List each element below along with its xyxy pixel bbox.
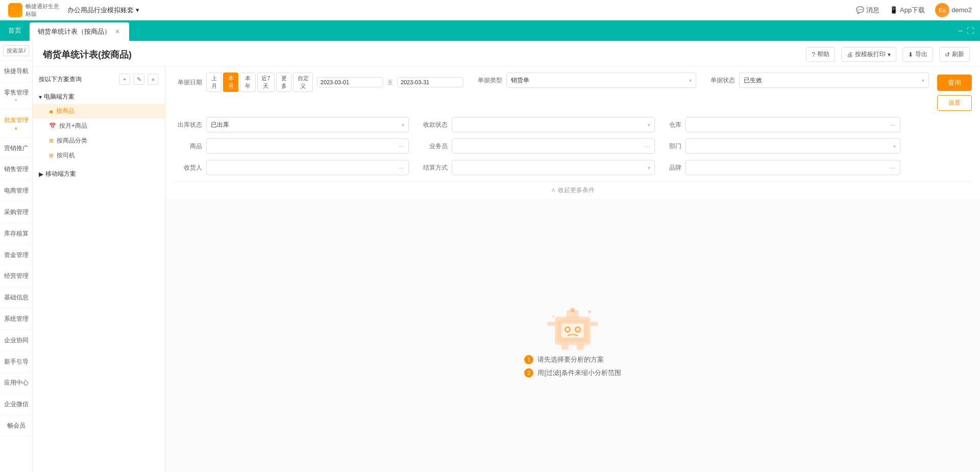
department-arrow-icon: ▾ bbox=[893, 144, 896, 149]
product-control[interactable]: ··· bbox=[206, 138, 409, 154]
receipt-status-control[interactable]: ▾ bbox=[452, 117, 654, 132]
tab-sales-report[interactable]: 销货单统计表（按商品） ✕ bbox=[30, 22, 129, 41]
filter-row-1: 单据日期 上月 本月 本年 近7天 更多 自定义 至 bbox=[174, 73, 972, 111]
page-title: 销货单统计表(按商品) bbox=[43, 49, 132, 61]
refresh-icon: ↺ bbox=[945, 51, 950, 58]
print-button[interactable]: 🖨 按模板打印 ▾ bbox=[841, 47, 896, 62]
main-layout: 快捷导航 零售管理 ▾ 批发管理 ▴ 营销推广 销售管理 电商管理 采购管理 库… bbox=[0, 41, 980, 472]
brand-control[interactable]: ··· bbox=[685, 160, 900, 175]
salesperson-label: 业务员 bbox=[419, 142, 448, 151]
receiver-dots-icon: ··· bbox=[399, 163, 405, 172]
doc-type-control[interactable]: 销货单 ▾ bbox=[506, 73, 696, 88]
sidebar-item-inventory[interactable]: 库存核算 bbox=[0, 223, 32, 245]
salesperson-control[interactable]: ··· bbox=[452, 138, 654, 154]
desktop-scheme-section: ▾ 电脑端方案 ● 按商品 📅 按月+商品 ⊞ 按商品分类 bbox=[33, 88, 165, 165]
filter-field-date: 单据日期 上月 本月 本年 近7天 更多 自定义 至 bbox=[174, 73, 463, 92]
avatar: Ea bbox=[935, 3, 949, 17]
query-button[interactable]: 查询 bbox=[937, 75, 972, 91]
tab-minimize-icon[interactable]: – bbox=[958, 26, 963, 35]
sidebar-item-apps[interactable]: 应用中心 bbox=[0, 372, 32, 394]
message-icon: 💬 bbox=[856, 6, 864, 14]
this-year-btn[interactable]: 本年 bbox=[240, 73, 255, 92]
message-action[interactable]: 💬 消息 bbox=[856, 6, 879, 15]
scheme-item-by-category[interactable]: ⊞ 按商品分类 bbox=[33, 133, 165, 148]
sidebar-item-quick-nav[interactable]: 快捷导航 bbox=[0, 61, 32, 82]
tab-close-icon[interactable]: ✕ bbox=[114, 27, 121, 36]
receipt-arrow-icon: ▾ bbox=[648, 122, 650, 128]
settlement-control[interactable]: ▾ bbox=[452, 160, 654, 175]
collapse-bar[interactable]: ∧ 收起更多条件 bbox=[174, 181, 972, 199]
mobile-scheme-header[interactable]: ▶ 移动端方案 bbox=[33, 167, 165, 181]
date-to-input[interactable] bbox=[397, 77, 463, 87]
filter-field-warehouse: 仓库 ··· bbox=[665, 117, 900, 132]
sidebar-item-operations[interactable]: 经营管理 bbox=[0, 266, 32, 287]
sidebar-item-basic[interactable]: 基础信息 bbox=[0, 287, 32, 309]
filter-field-doc-status: 单据状态 已生效 ▾ bbox=[706, 73, 929, 88]
edit-scheme-button[interactable]: ✎ bbox=[133, 74, 144, 85]
last-month-btn[interactable]: 上月 bbox=[206, 73, 222, 92]
sidebar-item-finance[interactable]: 资金管理 bbox=[0, 245, 32, 266]
empty-state: ✦ ✦ 1 请先选择要分析的方案 2 用[过滤]条件来缩小分析范围 bbox=[165, 199, 980, 472]
department-label: 部门 bbox=[665, 142, 681, 151]
settlement-arrow-icon: ▾ bbox=[648, 165, 650, 171]
tab-maximize-icon[interactable]: ⛶ bbox=[967, 27, 974, 35]
help-button[interactable]: ? 帮助 bbox=[806, 47, 835, 62]
app-download-action[interactable]: 📱 App下载 bbox=[890, 6, 925, 15]
filter-panel-container: 按以下方案查询 + ✎ « bbox=[33, 66, 980, 472]
filter-field-settlement: 结算方式 ▾ bbox=[419, 160, 654, 175]
active-scheme-dot: ● bbox=[49, 107, 53, 115]
collapse-scheme-button[interactable]: « bbox=[148, 74, 159, 85]
search-input[interactable] bbox=[3, 45, 29, 56]
scheme-panel-icons: + ✎ « bbox=[119, 74, 159, 85]
sidebar-item-enterprise[interactable]: 企业协同 bbox=[0, 330, 32, 351]
scheme-item-by-product[interactable]: ● 按商品 bbox=[33, 104, 165, 119]
scheme-item-by-month-product[interactable]: 📅 按月+商品 bbox=[33, 119, 165, 133]
add-scheme-button[interactable]: + bbox=[119, 74, 130, 85]
filter-field-receiver: 收货人 ··· bbox=[174, 160, 409, 175]
brand-label: 品牌 bbox=[665, 163, 681, 172]
more-btn[interactable]: 更多 bbox=[276, 73, 291, 92]
doc-status-label: 单据状态 bbox=[706, 76, 735, 85]
user-profile[interactable]: Ea demo2 bbox=[935, 3, 972, 17]
export-button[interactable]: ⬇ 导出 bbox=[902, 47, 933, 62]
sidebar-item-sales-mgmt[interactable]: 销售管理 bbox=[0, 159, 32, 180]
scheme-panel-title: 按以下方案查询 bbox=[39, 75, 82, 84]
svg-point-6 bbox=[576, 328, 579, 331]
refresh-button[interactable]: ↺ 刷新 bbox=[939, 47, 970, 62]
sidebar-item-guide[interactable]: 新手引导 bbox=[0, 351, 32, 373]
scheme-item-by-driver[interactable]: ⊞ 按司机 bbox=[33, 148, 165, 163]
download-icon: 📱 bbox=[890, 6, 898, 14]
last7-btn[interactable]: 近7天 bbox=[257, 73, 275, 92]
filter-field-salesperson: 业务员 ··· bbox=[419, 138, 654, 154]
filter-field-doc-type: 单据类型 销货单 ▾ bbox=[474, 73, 696, 88]
brand-dots-icon: ··· bbox=[890, 163, 896, 172]
sidebar-item-vip[interactable]: 畅会员 bbox=[0, 415, 32, 437]
sidebar-item-marketing[interactable]: 营销推广 bbox=[0, 138, 32, 159]
calendar-icon: 📅 bbox=[49, 123, 56, 129]
sidebar-item-ecommerce[interactable]: 电商管理 bbox=[0, 180, 32, 202]
tip-2-number: 2 bbox=[524, 368, 533, 377]
warehouse-dots-icon: ··· bbox=[890, 121, 896, 129]
logo-area: 🧡 畅捷通好生意 标版 bbox=[8, 3, 59, 17]
tab-home[interactable]: 首页 bbox=[0, 20, 30, 41]
sidebar-item-wholesale[interactable]: 批发管理 ▴ bbox=[0, 110, 32, 137]
date-buttons-group: 上月 本月 本年 近7天 更多 自定义 bbox=[206, 73, 313, 92]
svg-rect-10 bbox=[590, 322, 598, 326]
dropdown-arrow-icon: ▾ bbox=[136, 6, 139, 14]
svg-rect-9 bbox=[547, 322, 555, 326]
sidebar-item-wechat[interactable]: 企业微信 bbox=[0, 394, 32, 415]
warehouse-control[interactable]: ··· bbox=[685, 117, 900, 132]
settings-button[interactable]: 设置 bbox=[937, 95, 972, 111]
sidebar-item-retail[interactable]: 零售管理 ▾ bbox=[0, 82, 32, 110]
out-status-control[interactable]: 已出库 ▾ bbox=[206, 117, 409, 132]
this-month-btn[interactable]: 本月 bbox=[223, 73, 238, 92]
date-from-input[interactable] bbox=[317, 77, 383, 87]
custom-btn[interactable]: 自定义 bbox=[293, 73, 312, 92]
sidebar-item-system[interactable]: 系统管理 bbox=[0, 309, 32, 330]
desktop-scheme-header[interactable]: ▾ 电脑端方案 bbox=[33, 90, 165, 104]
receiver-control[interactable]: ··· bbox=[206, 160, 409, 175]
department-control[interactable]: ▾ bbox=[685, 138, 900, 154]
sidebar-item-purchase[interactable]: 采购管理 bbox=[0, 202, 32, 223]
system-selector[interactable]: 办公用品行业模拟账套 ▾ bbox=[63, 4, 143, 17]
doc-status-control[interactable]: 已生效 ▾ bbox=[739, 73, 929, 88]
